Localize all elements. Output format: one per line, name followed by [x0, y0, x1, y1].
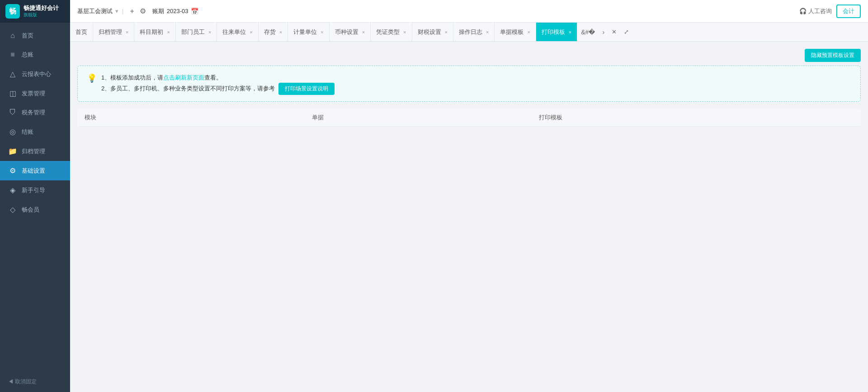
tabs-prev-button[interactable]: &#� [577, 23, 599, 42]
data-table: 模块 单据 打印模板 [77, 109, 861, 127]
sidebar-unpin-button[interactable]: ◀ 取消固定 [0, 372, 70, 392]
support-label: 人工咨询 [808, 7, 832, 15]
sidebar-label-archive: 归档管理 [22, 147, 45, 156]
sidebar-item-home[interactable]: ⌂ 首页 [0, 26, 70, 45]
topbar-settings-icon[interactable]: ⚙ [140, 7, 146, 15]
col-print-template: 打印模板 [532, 109, 861, 127]
closing-icon: ◎ [8, 128, 17, 136]
tab-operation-log-close[interactable]: × [486, 29, 489, 35]
sidebar-item-guide[interactable]: ◈ 新手引导 [0, 180, 70, 200]
sidebar-item-ledger[interactable]: ≡ 总账 [0, 45, 70, 64]
notice-icon: 💡 [87, 73, 97, 83]
headset-icon: 🎧 [799, 8, 807, 14]
tab-inventory-close[interactable]: × [279, 29, 282, 35]
period-label: 账期 [152, 7, 164, 15]
tab-inventory-label: 存货 [264, 28, 276, 36]
invoice-icon: ◫ [8, 89, 17, 98]
tab-supplier-close[interactable]: × [250, 29, 252, 35]
topbar: 基层工会测试 ▾ | + ⚙ 账期 2023-03 📅 🎧 人工咨询 会计 [70, 0, 868, 23]
tab-voucher-type[interactable]: 凭证类型 × [371, 23, 412, 42]
col-voucher: 单据 [305, 109, 532, 127]
ledger-icon: ≡ [8, 51, 17, 59]
tab-home-label: 首页 [75, 28, 87, 36]
tab-inventory[interactable]: 存货 × [259, 23, 288, 42]
sidebar-item-invoice[interactable]: ◫ 发票管理 [0, 84, 70, 103]
notice-refresh-link[interactable]: 点击刷新新页面 [163, 74, 204, 81]
sidebar: 畅 畅捷通好会计 旗舰版 ⌂ 首页 ≡ 总账 △ 云报表中心 ◫ 发票管理 ⛉ … [0, 0, 70, 392]
logo-text: 畅捷通好会计 旗舰版 [24, 5, 59, 18]
archive-icon: 📁 [8, 147, 17, 156]
period-display: 账期 2023-03 📅 [152, 7, 199, 15]
sidebar-item-archive[interactable]: 📁 归档管理 [0, 142, 70, 161]
sidebar-logo: 畅 畅捷通好会计 旗舰版 [0, 0, 70, 23]
tab-voucher-type-label: 凭证类型 [376, 28, 400, 36]
sidebar-label-guide: 新手引导 [22, 186, 45, 194]
tab-subject-init-label: 科目期初 [140, 28, 163, 36]
period-value: 2023-03 [167, 8, 189, 14]
tab-subject-init-close[interactable]: × [167, 29, 170, 35]
member-icon: ◇ [8, 205, 17, 214]
sidebar-item-tax[interactable]: ⛉ 税务管理 [0, 103, 70, 122]
col-module: 模块 [77, 109, 305, 127]
tab-supplier-label: 往来单位 [222, 28, 246, 36]
tax-icon: ⛉ [8, 109, 17, 117]
sidebar-label-member: 畅会员 [22, 206, 39, 214]
tab-archive-mgmt-close[interactable]: × [126, 29, 128, 35]
notice-line-2: 2、多员工、多打印机、多种业务类型设置不同打印方案等，请参考 打印场景设置说明 [101, 83, 851, 95]
notice-line1-prefix: 1、模板添加成功后，请 [101, 74, 163, 81]
sidebar-item-closing[interactable]: ◎ 结账 [0, 122, 70, 142]
main-area: 基层工会测试 ▾ | + ⚙ 账期 2023-03 📅 🎧 人工咨询 会计 首页… [70, 0, 868, 392]
tab-operation-log-label: 操作日志 [459, 28, 482, 36]
tab-tax-settings[interactable]: 财税设置 × [412, 23, 453, 42]
logo-icon: 畅 [5, 4, 20, 19]
tab-print-template-close[interactable]: × [569, 29, 571, 35]
unpin-label: ◀ 取消固定 [8, 378, 37, 386]
tab-currency-close[interactable]: × [362, 29, 365, 35]
tab-subject-init[interactable]: 科目期初 × [134, 23, 175, 42]
tab-home[interactable]: 首页 [70, 23, 93, 42]
tab-dept-staff-close[interactable]: × [208, 29, 211, 35]
company-dropdown-icon: ▾ [115, 8, 118, 14]
tabs-close-all-button[interactable]: ✕ [608, 23, 620, 42]
add-company-button[interactable]: + [130, 7, 134, 15]
tab-voucher-type-close[interactable]: × [403, 29, 406, 35]
tab-tax-settings-close[interactable]: × [445, 29, 448, 35]
tabs-next-button[interactable]: › [599, 23, 608, 42]
tab-dept-staff-label: 部门员工 [181, 28, 205, 36]
account-button[interactable]: 会计 [836, 5, 861, 18]
company-name: 基层工会测试 [77, 7, 113, 15]
calendar-icon[interactable]: 📅 [191, 8, 198, 15]
sidebar-item-settings[interactable]: ⚙ 基础设置 [0, 161, 70, 180]
tab-measure-unit-close[interactable]: × [321, 29, 323, 35]
notice-content: 1、模板添加成功后，请点击刷新新页面查看。 2、多员工、多打印机、多种业务类型设… [101, 72, 851, 95]
sidebar-item-reports[interactable]: △ 云报表中心 [0, 64, 70, 84]
tab-print-template-label: 打印模板 [542, 28, 565, 36]
tab-print-template[interactable]: 打印模板 × [536, 23, 577, 42]
tabs-expand-button[interactable]: ⤢ [620, 23, 632, 42]
support-button[interactable]: 🎧 人工咨询 [799, 7, 832, 15]
sidebar-label-settings: 基础设置 [22, 167, 45, 175]
tab-archive-mgmt[interactable]: 归档管理 × [93, 23, 134, 42]
tab-supplier[interactable]: 往来单位 × [217, 23, 258, 42]
tab-single-template-close[interactable]: × [527, 29, 530, 35]
sidebar-label-closing: 结账 [22, 128, 33, 136]
tab-operation-log[interactable]: 操作日志 × [453, 23, 495, 42]
sidebar-item-member[interactable]: ◇ 畅会员 [0, 200, 70, 219]
company-selector[interactable]: 基层工会测试 ▾ [77, 7, 118, 15]
notice-line2-prefix: 2、多员工、多打印机、多种业务类型设置不同打印方案等，请参考 [101, 85, 275, 92]
print-scene-button[interactable]: 打印场景设置说明 [278, 83, 335, 95]
topbar-right: 🎧 人工咨询 会计 [799, 5, 861, 18]
tab-single-template-label: 单据模板 [500, 28, 524, 36]
tab-measure-unit[interactable]: 计量单位 × [288, 23, 329, 42]
tab-currency[interactable]: 币种设置 × [330, 23, 371, 42]
hide-template-button[interactable]: 隐藏预置模板设置 [805, 49, 861, 62]
sidebar-label-tax: 税务管理 [22, 109, 45, 117]
notice-box: 💡 1、模板添加成功后，请点击刷新新页面查看。 2、多员工、多打印机、多种业务类… [77, 66, 861, 102]
tab-single-template[interactable]: 单据模板 × [495, 23, 536, 42]
sidebar-label-invoice: 发票管理 [22, 90, 45, 98]
content-area: 隐藏预置模板设置 💡 1、模板添加成功后，请点击刷新新页面查看。 2、多员工、多… [70, 42, 868, 392]
sidebar-nav: ⌂ 首页 ≡ 总账 △ 云报表中心 ◫ 发票管理 ⛉ 税务管理 ◎ 结账 📁 归… [0, 23, 70, 372]
topbar-divider-1: | [122, 8, 123, 14]
tab-dept-staff[interactable]: 部门员工 × [176, 23, 217, 42]
tab-tax-settings-label: 财税设置 [418, 28, 441, 36]
